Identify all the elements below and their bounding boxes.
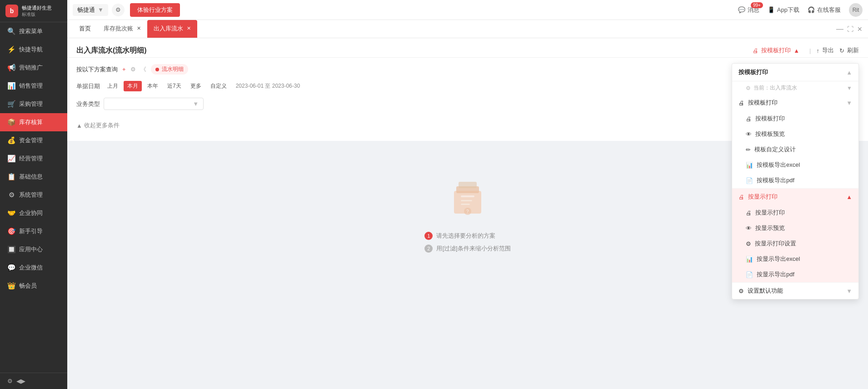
display-print-section-header[interactable]: 🖨 按显示打印 ▲ [732, 189, 858, 205]
template-excel-item[interactable]: 📊 按模板导出excel [732, 157, 858, 173]
display-preview-item[interactable]: 👁 按显示预览 [732, 220, 858, 236]
tab-inventory-batch[interactable]: 库存批次账 ✕ [97, 20, 147, 38]
tag-dot [155, 68, 159, 71]
tab-minimize-icon[interactable]: — [836, 25, 843, 33]
sidebar-item-member[interactable]: 👑 畅会员 [0, 277, 67, 295]
footer-settings-icon: ⚙ [738, 288, 744, 294]
company-name: 畅捷通好生意 [22, 5, 52, 11]
trial-button[interactable]: 体验行业方案 [130, 3, 180, 17]
date-tab-custom[interactable]: 自定义 [207, 81, 230, 91]
print-small-icon: 🖨 [746, 115, 752, 122]
wechat-icon: 💬 [7, 264, 15, 272]
dropdown-title: 按模板打印 [738, 68, 768, 76]
template-pdf-item[interactable]: 📄 按模板导出pdf [732, 173, 858, 188]
current-arrow: ▼ [847, 85, 852, 91]
template-print-section-header[interactable]: 🖨 按模板打印 ▼ [732, 95, 858, 111]
sidebar-item-apps[interactable]: 🔲 应用中心 [0, 240, 67, 259]
download-icon: 📱 [768, 6, 775, 13]
template-print-section-title: 🖨 按模板打印 [738, 99, 778, 107]
filter-collapse-icon[interactable]: 《 [140, 65, 146, 74]
sidebar-nav: 🔍 搜索菜单 ⚡ 快捷导航 📢 营销推广 📊 销售管理 🛒 采购管理 📦 库存核… [0, 22, 67, 373]
tab-close-icon[interactable]: ✕ [857, 25, 863, 33]
date-tab-this-year[interactable]: 本年 [144, 81, 162, 91]
settings-small-icon: ⚙ [746, 85, 751, 91]
avatar[interactable]: Rit [849, 3, 863, 17]
collapse-label: 收起更多条件 [84, 121, 120, 130]
biz-type-arrow-icon: ▼ [193, 100, 199, 107]
filter-settings-icon[interactable]: ⚙ [130, 66, 136, 73]
refresh-button[interactable]: ↻ 刷新 [839, 46, 859, 55]
dropdown-footer[interactable]: ⚙ 设置默认功能 ▼ [732, 283, 858, 299]
sidebar-item-quicknav[interactable]: ⚡ 快捷导航 [0, 40, 67, 59]
display-pdf-icon: 📄 [746, 271, 753, 278]
member-icon: 👑 [7, 282, 15, 290]
svg-text:?: ? [466, 209, 469, 214]
export-button[interactable]: ↑ 导出 [817, 46, 834, 55]
filter-label: 按以下方案查询 [76, 65, 118, 74]
date-tab-this-month[interactable]: 本月 [124, 81, 142, 91]
sidebar-item-collab[interactable]: 🤝 企业协同 [0, 204, 67, 222]
sidebar: b 畅捷通好生意 标准版 🔍 搜索菜单 ⚡ 快捷导航 📢 营销推广 📊 销售管理… [0, 0, 67, 389]
tab-expand-icon[interactable]: ⛶ [847, 25, 853, 33]
template-custom-item[interactable]: ✏ 模板自定义设计 [732, 142, 858, 157]
tab-inventory-batch-label: 库存批次账 [104, 25, 133, 33]
display-excel-item[interactable]: 📊 按显示导出excel [732, 251, 858, 267]
filter-tag[interactable]: 流水明细 [151, 64, 188, 75]
svg-rect-4 [461, 200, 472, 201]
date-tab-7days[interactable]: 近7天 [164, 81, 185, 91]
date-field-group: 单据日期 上月 本月 本年 近7天 更多 自定义 2023-06-01 至 20… [76, 81, 300, 91]
sidebar-label-system: 系统管理 [19, 191, 43, 199]
sidebar-item-wechat[interactable]: 💬 企业微信 [0, 259, 67, 277]
date-field-label: 单据日期 [76, 82, 100, 90]
step-2-text: 用[过滤]条件来缩小分析范围 [436, 244, 510, 253]
tab-home[interactable]: 首页 [73, 20, 97, 38]
biz-type-select[interactable]: ▼ [104, 98, 204, 110]
sidebar-item-marketing[interactable]: 📢 营销推广 [0, 59, 67, 77]
print-arrow-icon: ▲ [793, 47, 799, 54]
collapse-button[interactable]: ▲ 收起更多条件 [76, 118, 120, 133]
template-preview-item[interactable]: 👁 按模板预览 [732, 126, 858, 142]
print-label: 按模板打印 [761, 46, 791, 55]
template-print-item[interactable]: 🖨 按模板打印 [732, 111, 858, 126]
sidebar-item-guide[interactable]: 🎯 新手引导 [0, 222, 67, 240]
sidebar-item-basics[interactable]: 📋 基础信息 [0, 168, 67, 186]
date-tab-last-month[interactable]: 上月 [104, 81, 122, 91]
display-preview-icon: 👁 [746, 225, 752, 232]
sidebar-item-search[interactable]: 🔍 搜索菜单 [0, 22, 67, 40]
app-download-label: App下载 [777, 6, 799, 14]
add-filter-button[interactable]: + [122, 66, 126, 73]
sidebar-bottom[interactable]: ⚙ ◀▶ [0, 373, 67, 389]
sidebar-item-operations[interactable]: 📈 经营管理 [0, 150, 67, 168]
tab-flow[interactable]: 出入库流水 ✕ [147, 20, 197, 38]
sidebar-item-purchase[interactable]: 🛒 采购管理 [0, 95, 67, 113]
sidebar-item-system[interactable]: ⚙ 系统管理 [0, 186, 67, 204]
sidebar-label-inventory: 库存核算 [19, 118, 43, 126]
dropdown-close-icon[interactable]: ▲ [846, 69, 852, 76]
flash-icon: ⚡ [7, 45, 15, 54]
tab-bar: 首页 库存批次账 ✕ 出入库流水 ✕ — ⛶ ✕ [67, 20, 868, 38]
template-print-button[interactable]: 🖨 按模板打印 ▲ [748, 44, 804, 57]
logo-icon: b [5, 5, 18, 17]
display-settings-item[interactable]: ⚙ 按显示打印设置 [732, 236, 858, 251]
tab-inventory-batch-close[interactable]: ✕ [137, 25, 141, 31]
online-service-button[interactable]: 🎧 在线客服 [808, 6, 841, 14]
sidebar-item-sales[interactable]: 📊 销售管理 [0, 77, 67, 95]
settings-button[interactable]: ⚙ [112, 4, 125, 16]
date-tab-more[interactable]: 更多 [187, 81, 205, 91]
display-pdf-item[interactable]: 📄 按显示导出pdf [732, 267, 858, 282]
display-print-item[interactable]: 🖨 按显示打印 [732, 205, 858, 220]
sidebar-item-inventory[interactable]: 📦 库存核算 [0, 113, 67, 131]
tab-flow-close[interactable]: ✕ [187, 25, 191, 31]
basics-icon: 📋 [7, 173, 15, 181]
display-settings-label: 按显示打印设置 [755, 239, 796, 248]
display-printer-icon: 🖨 [738, 194, 744, 200]
sidebar-label-guide: 新手引导 [19, 227, 43, 235]
display-print-section-title: 🖨 按显示打印 [738, 193, 778, 201]
message-button[interactable]: 💬 消息 99+ [738, 6, 759, 14]
dropdown-footer-title: ⚙ 设置默认功能 [738, 287, 783, 295]
guide-icon: 🎯 [7, 227, 15, 235]
user-selector[interactable]: 畅捷通 ▼ [73, 4, 108, 16]
sidebar-label-purchase: 采购管理 [19, 100, 43, 108]
sidebar-item-finance[interactable]: 💰 资金管理 [0, 131, 67, 150]
app-download-button[interactable]: 📱 App下载 [768, 6, 799, 14]
